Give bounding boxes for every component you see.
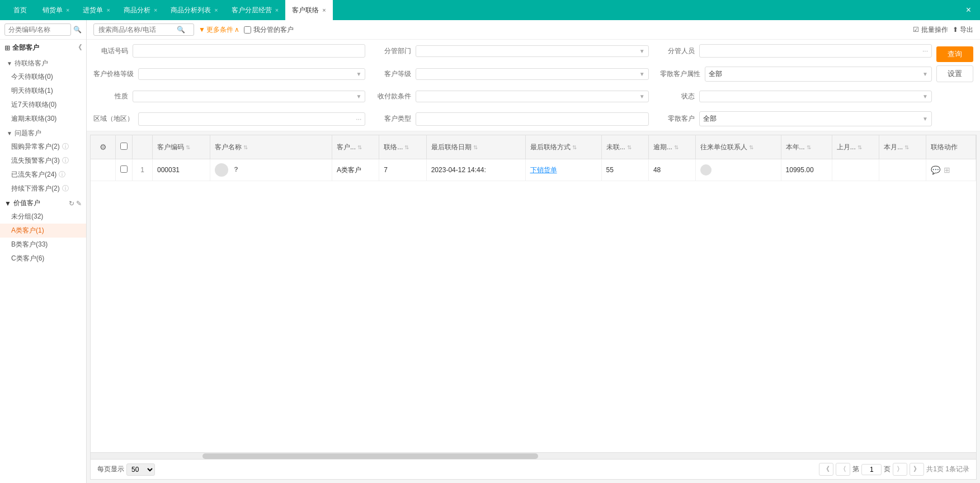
settings-button[interactable]: 设置 xyxy=(936,65,973,82)
select-all-checkbox[interactable] xyxy=(120,143,128,150)
prev-page-btn[interactable]: 〈 xyxy=(836,463,850,476)
table-scroll[interactable]: ⚙ 客户编码 ⇅ xyxy=(91,135,976,452)
close-tab-1[interactable]: × xyxy=(66,7,69,13)
filter-search-input[interactable] xyxy=(98,26,177,34)
sidebar-item-7days[interactable]: 近7天待联络(0) xyxy=(0,98,86,112)
phone-input[interactable] xyxy=(133,44,365,58)
info-icon-loss: ⓘ xyxy=(62,156,69,165)
sidebar-item-c-class[interactable]: C类客户(6) xyxy=(0,252,86,266)
price-grade-chevron: ▼ xyxy=(356,71,361,77)
dept-select[interactable]: ▼ xyxy=(416,45,648,57)
chat-icon[interactable]: 💬 xyxy=(931,165,940,174)
nav-home[interactable]: 首页 xyxy=(4,0,36,20)
collapse-icon[interactable]: 《 xyxy=(75,43,82,53)
filter-dept: 分管部门 ▼ xyxy=(376,45,648,57)
sidebar-item-overdue[interactable]: 逾期未联络(30) xyxy=(0,112,86,126)
next-page-btn[interactable]: 〉 xyxy=(893,463,907,476)
region-select[interactable]: ··· xyxy=(138,112,365,126)
first-page-btn[interactable]: 《 xyxy=(819,463,833,476)
nav-tab-4[interactable]: 商品分析列表 × xyxy=(164,0,224,20)
close-tab-6[interactable]: × xyxy=(322,7,326,13)
sidebar-item-a-class[interactable]: A类客户(1) xyxy=(0,224,86,238)
close-tab-4[interactable]: × xyxy=(214,7,218,13)
table-settings-gear[interactable]: ⚙ xyxy=(95,139,111,155)
condition-arrow: ∧ xyxy=(234,26,239,34)
nav-tab-1[interactable]: 销货单 × xyxy=(36,0,76,20)
group-problem-title[interactable]: ▼ 问题客户 xyxy=(0,126,86,140)
row-unit-contact xyxy=(696,159,781,181)
retail-chevron: ▼ xyxy=(922,116,928,122)
table-body: 1 000031 ？ A类客户 7 2023-04-12 14:44: 下销货单 xyxy=(91,159,976,181)
grid-icon: ⊞ xyxy=(4,44,10,52)
manager-select[interactable]: ··· xyxy=(699,44,932,58)
filter-price-grade: 客户价格等级 ▼ xyxy=(93,68,365,80)
sidebar-item-lost[interactable]: 已流失客户(24) ⓘ xyxy=(0,168,86,182)
row-this-year: 10995.00 xyxy=(781,159,832,181)
batch-ops-btn[interactable]: ☑ 批量操作 xyxy=(913,25,948,35)
retail-attr-select[interactable]: 全部 ▼ xyxy=(705,67,932,82)
sidebar-item-b-class[interactable]: B类客户(33) xyxy=(0,238,86,252)
window-close[interactable]: × xyxy=(962,5,976,15)
filter-search-icon[interactable]: 🔍 xyxy=(177,26,185,34)
sidebar-item-declining[interactable]: 持续下滑客户(2) ⓘ xyxy=(0,182,86,196)
sidebar-item-ungrouped[interactable]: 未分组(32) xyxy=(0,210,86,224)
info-icon-hoard: ⓘ xyxy=(62,142,69,151)
scrollbar-thumb[interactable] xyxy=(202,453,538,459)
sidebar-search-input[interactable] xyxy=(4,23,71,36)
row-checkbox[interactable] xyxy=(120,165,128,173)
th-index xyxy=(133,135,153,159)
close-tab-5[interactable]: × xyxy=(275,7,279,13)
retail-select[interactable]: 全部 ▼ xyxy=(699,111,932,126)
page-input[interactable] xyxy=(861,464,882,475)
payment-select[interactable]: ▼ xyxy=(416,91,648,102)
dept-chevron: ▼ xyxy=(639,48,645,54)
retail-attr-chevron: ▼ xyxy=(922,71,928,77)
sidebar-item-tomorrow[interactable]: 明天待联络(1) xyxy=(0,84,86,98)
th-settings: ⚙ xyxy=(91,135,116,159)
query-button[interactable]: 查询 xyxy=(936,46,973,62)
sidebar-search-icon[interactable]: 🔍 xyxy=(73,26,82,34)
sort-icon-this-year: ⇅ xyxy=(807,144,811,150)
group-value-icons: ↻ ✎ xyxy=(69,200,82,207)
group-value-title[interactable]: ▼ 价值客户 ↻ ✎ xyxy=(0,196,86,210)
horizontal-scrollbar[interactable] xyxy=(91,452,976,459)
refresh-icon[interactable]: ↻ xyxy=(69,200,74,207)
sidebar-item-today[interactable]: 今天待联络(0) xyxy=(0,70,86,84)
nav-tab-3[interactable]: 商品分析 × xyxy=(117,0,164,20)
status-chevron: ▼ xyxy=(922,93,928,100)
price-grade-select[interactable]: ▼ xyxy=(138,68,365,80)
filter-row-4: 区域（地区） ··· 客户类型 xyxy=(93,111,932,126)
nav-tab-5[interactable]: 客户分层经营 × xyxy=(225,0,285,20)
batch-checkbox-icon: ☑ xyxy=(913,26,919,34)
sort-icon-last-date: ⇅ xyxy=(473,144,478,150)
nature-select[interactable]: ▼ xyxy=(133,91,365,102)
row-no-contact: 55 xyxy=(601,159,648,181)
cust-type-input[interactable] xyxy=(416,112,648,126)
last-page-btn[interactable]: 》 xyxy=(910,463,924,476)
group-pending-title[interactable]: ▼ 待联络客户 xyxy=(0,56,86,70)
nav-tab-6[interactable]: 客户联络 × xyxy=(285,0,332,20)
filter-search-box: 🔍 xyxy=(93,23,194,36)
filter-row-1: 电话号码 分管部门 ▼ 分管人员 xyxy=(93,44,932,58)
more-conditions-btn[interactable]: ▼ 更多条件 ∧ xyxy=(199,25,239,35)
sidebar-item-loss-warn[interactable]: 流失预警客户(3) ⓘ xyxy=(0,154,86,168)
edit-icon[interactable]: ✎ xyxy=(76,200,82,207)
cust-grade-select[interactable]: ▼ xyxy=(416,68,648,80)
close-tab-2[interactable]: × xyxy=(106,7,110,13)
grid-action-icon[interactable]: ⊞ xyxy=(944,165,950,174)
nav-tab-2[interactable]: 进货单 × xyxy=(76,0,116,20)
page-nav-area: 《 〈 第 页 〉 》 共1页 1条记录 xyxy=(819,463,969,476)
status-select[interactable]: ▼ xyxy=(699,91,932,102)
advanced-filter: 电话号码 分管部门 ▼ 分管人员 xyxy=(87,40,980,131)
my-customers-checkbox[interactable] xyxy=(244,26,251,34)
sidebar-item-hoard[interactable]: 囤购异常客户(2) ⓘ xyxy=(0,140,86,154)
per-page-select[interactable]: 50 100 xyxy=(126,463,155,476)
my-customers-filter[interactable]: 我分管的客户 xyxy=(244,25,294,35)
row-last-method-link[interactable]: 下销货单 xyxy=(530,166,557,174)
all-customers-header[interactable]: ⊞ 全部客户 《 xyxy=(0,40,86,56)
th-no-contact: 未联... ⇅ xyxy=(601,135,648,159)
filter-phone: 电话号码 xyxy=(93,44,365,58)
close-tab-3[interactable]: × xyxy=(154,7,157,13)
export-btn[interactable]: ⬆ 导出 xyxy=(953,25,973,35)
row-grade: A类客户 xyxy=(332,159,379,181)
